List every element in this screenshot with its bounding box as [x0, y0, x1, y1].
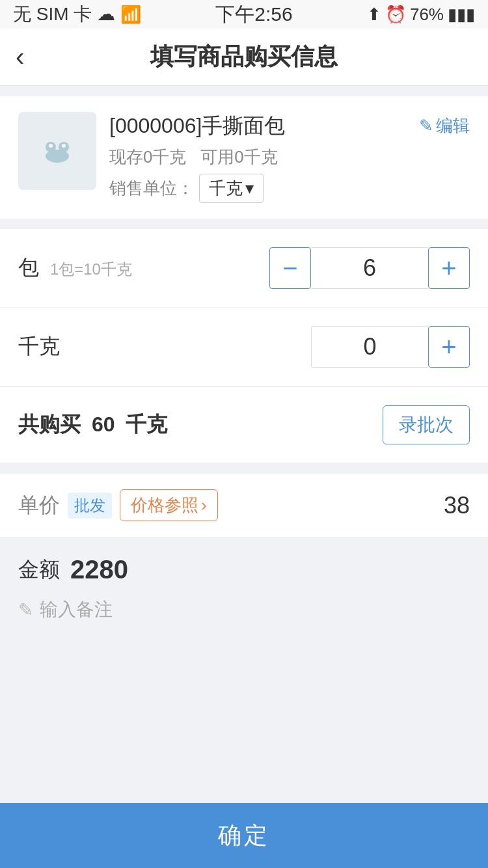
remark-placeholder: 输入备注: [40, 597, 113, 622]
price-section: 单价 批发 价格参照 › 38: [0, 474, 488, 537]
status-bar: 无 SIM 卡 ☁ 📶 下午2:56 ⬆ ⏰ 76% ▮▮▮: [0, 0, 488, 29]
qty-bao-minus-button[interactable]: −: [269, 247, 311, 289]
amount-label: 金额: [18, 556, 60, 584]
qty-bao-input[interactable]: [311, 247, 428, 289]
product-logo-icon: [38, 131, 77, 170]
price-value: 38: [444, 492, 470, 519]
qty-bao-row: 包 1包=10千克 − +: [0, 229, 488, 308]
edit-icon: ✎: [419, 116, 433, 136]
chevron-right-icon: ›: [201, 495, 207, 515]
remark-icon: ✎: [18, 599, 33, 621]
qty-kg-input[interactable]: [311, 326, 428, 368]
amount-section: 金额 2280 ✎ 输入备注: [0, 537, 488, 635]
svg-point-4: [62, 144, 66, 148]
qty-kg-plus-button[interactable]: +: [428, 326, 470, 368]
price-row: 单价 批发 价格参照 › 38: [18, 489, 470, 521]
remark-row[interactable]: ✎ 输入备注: [18, 597, 470, 622]
price-ref-button[interactable]: 价格参照 ›: [120, 489, 218, 521]
battery-percent: 76%: [410, 5, 444, 25]
qty-bao-sublabel: 1包=10千克: [50, 260, 132, 278]
page-title: 填写商品购买信息: [150, 41, 338, 73]
product-info: [0000006]手撕面包 现存0千克 可用0千克 销售单位： 千克 ▾: [109, 112, 470, 203]
qty-kg-control: +: [311, 326, 470, 368]
svg-point-2: [46, 150, 69, 163]
total-row: 共购买 60 千克 录批次: [0, 387, 488, 463]
amount-value: 2280: [70, 555, 128, 584]
qty-kg-label: 千克: [18, 332, 311, 361]
batch-button[interactable]: 录批次: [383, 405, 470, 444]
product-stock: 现存0千克 可用0千克: [109, 146, 470, 169]
product-image: [18, 112, 96, 190]
product-unit-row: 销售单位： 千克 ▾: [109, 174, 470, 203]
qty-bao-plus-button[interactable]: +: [428, 247, 470, 289]
qty-kg-row: 千克 +: [0, 308, 488, 387]
quantity-section: 包 1包=10千克 − + 千克 +: [0, 229, 488, 387]
location-icon: ⬆: [367, 5, 381, 25]
back-button[interactable]: ‹: [16, 42, 24, 72]
confirm-button[interactable]: 确定: [0, 803, 488, 868]
wifi-icon: 📶: [120, 5, 141, 25]
content-spacer: [0, 635, 488, 817]
battery-icon: ▮▮▮: [448, 5, 475, 25]
status-time: 下午2:56: [215, 1, 292, 28]
price-label: 单价: [18, 491, 60, 520]
sim-label: 无 SIM 卡 ☁: [13, 2, 115, 27]
amount-row: 金额 2280: [18, 555, 470, 584]
status-left: 无 SIM 卡 ☁ 📶: [13, 2, 141, 27]
price-batch-tag: 批发: [68, 493, 112, 519]
alarm-icon: ⏰: [385, 5, 406, 25]
product-card: [0000006]手撕面包 现存0千克 可用0千克 销售单位： 千克 ▾ ✎ 编…: [0, 96, 488, 219]
qty-bao-label: 包 1包=10千克: [18, 254, 269, 282]
nav-bar: ‹ 填写商品购买信息: [0, 29, 488, 86]
total-text: 共购买 60 千克: [18, 411, 167, 439]
unit-selector[interactable]: 千克 ▾: [199, 174, 264, 203]
status-right: ⬆ ⏰ 76% ▮▮▮: [367, 5, 475, 25]
svg-point-3: [49, 144, 53, 148]
chevron-down-icon: ▾: [245, 178, 254, 198]
edit-button[interactable]: ✎ 编辑: [419, 115, 470, 137]
qty-bao-control: − +: [269, 247, 470, 289]
product-name: [0000006]手撕面包: [109, 112, 470, 141]
